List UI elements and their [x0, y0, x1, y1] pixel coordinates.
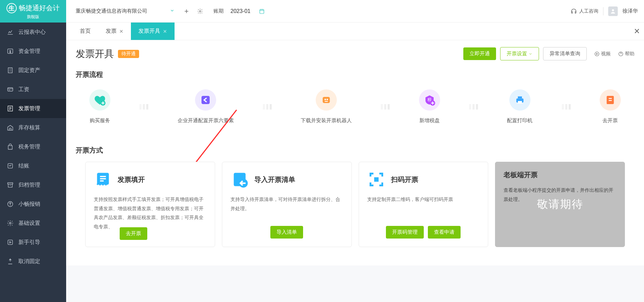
nav-closing[interactable]: 结账: [0, 156, 66, 175]
headset-icon: [570, 8, 577, 15]
tab-invoice-issue[interactable]: 发票开具 ✕: [131, 23, 175, 40]
nav-label: 资金管理: [18, 48, 40, 55]
brand-edition: 旗舰版: [27, 14, 39, 20]
sidebar-nav: 云报表中心 资金管理 固定资产 工资 发票管理 库存核算: [0, 23, 66, 302]
close-icon[interactable]: ✕: [163, 29, 167, 34]
step-go-invoice[interactable]: 去开票: [600, 89, 621, 124]
card-manual-invoice[interactable]: 发票填开 支持按照发票样式手工填开发票；可开具增值税电子普通发票、增值税普通发票…: [85, 162, 215, 247]
svg-rect-19: [325, 101, 328, 102]
sidebar: 生 畅捷通好会计 旗舰版 云报表中心 资金管理 固定资产 工资: [0, 0, 66, 302]
svg-rect-8: [8, 240, 12, 244]
nav-label: 库存核算: [18, 124, 40, 131]
unpin-icon: [7, 258, 14, 265]
nav-salary[interactable]: 工资: [0, 80, 66, 99]
nav-fixed-assets[interactable]: 固定资产: [0, 61, 66, 80]
card-title: 扫码开票: [391, 175, 418, 184]
svg-point-12: [595, 52, 599, 56]
nav-label: 新手引导: [18, 239, 40, 246]
step-config-elements[interactable]: 企业开通配置开票六要素: [178, 89, 234, 124]
video-link[interactable]: 视频: [594, 51, 611, 57]
add-button[interactable]: [181, 6, 192, 16]
step-buy-service[interactable]: 购买服务: [89, 89, 110, 124]
step-label: 配置打印机: [507, 117, 533, 124]
tax-disk-icon: 税: [419, 89, 440, 111]
arrow-icon: [562, 104, 571, 110]
nav-cloud-reports[interactable]: 云报表中心: [0, 23, 66, 42]
avatar-icon[interactable]: [608, 6, 618, 16]
nav-guide[interactable]: 新手引导: [0, 233, 66, 252]
arrow-icon: [381, 104, 390, 110]
card-scan-invoice[interactable]: 扫码开票 支持定制开票二维码，客户端可扫码开票 开票码管理 查看申请: [359, 162, 489, 247]
support-link[interactable]: 人工咨询: [570, 8, 598, 15]
yen-icon: [7, 48, 14, 55]
svg-rect-30: [374, 177, 378, 182]
svg-point-11: [612, 9, 614, 11]
status-badge: 待开通: [118, 50, 139, 58]
button-label: 开票设置: [507, 51, 527, 57]
chart-icon: [7, 29, 14, 35]
card-import-list[interactable]: 导入开票清单 支持导入待开票清单，可对待开票清单进行拆分、合并处理。 导入清单: [222, 162, 352, 247]
archive-icon: [7, 182, 14, 188]
nav-tax[interactable]: 税务管理: [0, 137, 66, 156]
printer-icon: [509, 89, 530, 111]
nav-settings[interactable]: 基础设置: [0, 214, 66, 233]
svg-rect-16: [323, 97, 330, 103]
nav-unpin[interactable]: 取消固定: [0, 252, 66, 271]
divider: [603, 7, 603, 15]
nav-expense[interactable]: 小畅报销: [0, 195, 66, 214]
nav-label: 归档管理: [18, 182, 40, 189]
close-all-tabs[interactable]: ✕: [634, 27, 640, 36]
calendar-icon[interactable]: [257, 6, 267, 16]
activate-now-button[interactable]: 立即开通: [463, 47, 496, 60]
nav-archive[interactable]: 归档管理: [0, 175, 66, 195]
robot-icon: [316, 89, 337, 111]
link-label: 视频: [601, 51, 611, 57]
username[interactable]: 徐泽华: [623, 8, 638, 14]
nav-invoice-mgmt[interactable]: 发票管理: [0, 99, 66, 118]
step-download-robot[interactable]: 下载并安装开票机器人: [301, 89, 352, 124]
step-label: 企业开通配置开票六要素: [178, 117, 234, 124]
settings-icon: [7, 220, 14, 227]
page-scroll[interactable]: 发票开具 待开通 立即开通 开票设置 异常清单查询 视频: [66, 40, 644, 302]
qr-manage-button[interactable]: 开票码管理: [386, 226, 424, 239]
main-area: 重庆畅捷交通信息咨询有限公司 账期 2023-01 人工咨询: [66, 0, 644, 302]
period-label: 账期: [213, 8, 224, 14]
tab-home[interactable]: 首页: [72, 23, 98, 40]
svg-rect-1: [8, 68, 12, 73]
company-selector[interactable]: 重庆畅捷交通信息咨询有限公司: [72, 6, 178, 16]
close-icon[interactable]: ✕: [119, 29, 123, 34]
flow-section: 开票流程 购买服务 企业开通配: [66, 67, 644, 142]
heart-icon: [89, 89, 110, 111]
help-link[interactable]: 帮助: [618, 51, 634, 57]
step-label: 购买服务: [90, 117, 110, 124]
svg-rect-2: [8, 88, 13, 91]
nav-inventory[interactable]: 库存核算: [0, 118, 66, 137]
invoice-settings-button[interactable]: 开票设置: [500, 47, 539, 60]
svg-rect-10: [260, 9, 264, 13]
receipt-icon: [94, 170, 112, 189]
expense-icon: [7, 201, 14, 207]
nav-label: 固定资产: [18, 67, 40, 74]
import-icon: [230, 170, 249, 189]
gear-button[interactable]: [195, 6, 205, 16]
go-invoice-button[interactable]: 去开票: [120, 227, 147, 240]
page-title: 发票开具: [76, 47, 114, 60]
step-config-printer[interactable]: 配置打印机: [507, 89, 533, 124]
card-desc: 支持导入待开票清单，可对待开票清单进行拆分、合并处理。: [230, 195, 343, 222]
logo-badge-icon: 生: [6, 3, 17, 13]
help-icon: [618, 51, 624, 57]
chevron-down-icon: [528, 52, 533, 56]
view-apply-button[interactable]: 查看申请: [428, 226, 461, 239]
nav-label: 基础设置: [18, 220, 40, 227]
import-list-button[interactable]: 导入清单: [270, 226, 303, 239]
svg-point-17: [325, 99, 326, 100]
tab-invoice[interactable]: 发票 ✕: [98, 23, 131, 40]
nav-label: 云报表中心: [18, 29, 46, 36]
nav-funds[interactable]: 资金管理: [0, 42, 66, 61]
step-add-tax-disk[interactable]: 税 新增税盘: [419, 89, 440, 124]
svg-rect-23: [518, 97, 522, 99]
invoice-icon: [7, 105, 14, 112]
period-value[interactable]: 2023-01: [230, 8, 251, 14]
exception-list-button[interactable]: 异常清单查询: [543, 47, 587, 60]
company-name: 重庆畅捷交通信息咨询有限公司: [76, 8, 147, 14]
